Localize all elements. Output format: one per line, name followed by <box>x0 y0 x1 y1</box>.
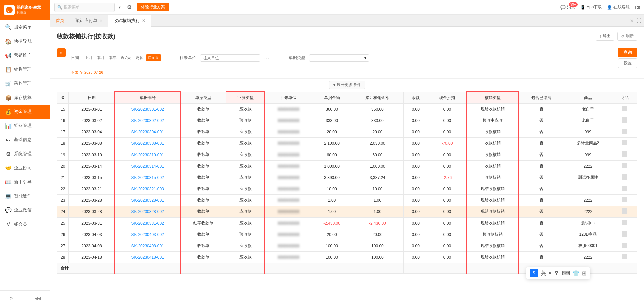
doc-no-link[interactable]: SK-20230321-003 <box>131 187 164 191</box>
date-label: 日期 <box>71 55 79 61</box>
footer-label: 合计 <box>57 263 115 274</box>
table-row: 26 2023-04-03 SK-20230403-002 收款单 预收款 XX… <box>57 229 637 240</box>
message-btn[interactable]: 💬 消息 99+ <box>560 4 575 10</box>
doc-no-link[interactable]: SK-20230301-002 <box>131 107 164 112</box>
doc-no-link[interactable]: SK-20230408-001 <box>131 244 164 248</box>
receipt-type-chevron: ▾ <box>364 56 366 60</box>
table-row: 16 2023-03-02 SK-20230302-002 收款单 预收款 XX… <box>57 115 637 126</box>
filter-toggle-btn[interactable]: » <box>57 48 66 57</box>
counterparty-label: 往来单位 <box>180 55 196 61</box>
sidebar-item-finance[interactable]: 💰 资金管理 <box>0 105 50 119</box>
date-btn-last-month[interactable]: 上月 <box>83 54 94 61</box>
doc-no-link[interactable]: SK-20230304-001 <box>131 130 164 134</box>
doc-no-link[interactable]: SK-20230314-001 <box>131 164 164 169</box>
sidebar-items: 🔍 搜索菜单 🏠 快捷导航 📢 营销推广 📋 销售管理 🛒 采购管理 📦 <box>0 20 50 231</box>
receipt-type-select[interactable]: ▾ <box>309 54 369 62</box>
topbar-dropdown[interactable]: ▾ <box>117 5 122 10</box>
ime-icon-keyboard[interactable]: ⌨ <box>562 270 570 277</box>
app-download-btn[interactable]: 📱 App下载 <box>580 4 602 10</box>
system-icon: ⚙ <box>5 151 11 157</box>
export-btn[interactable]: ↑ 导出 <box>596 32 614 41</box>
doc-no-link[interactable]: SK-20230315-002 <box>131 175 164 180</box>
topbar-right: 💬 消息 99+ 📱 App下载 👤 在线客服 Rit <box>560 4 640 10</box>
user-name[interactable]: Rit <box>635 5 640 10</box>
tab-close-all-btn[interactable]: ✕ <box>630 18 634 23</box>
receipt-type-label: 单据类型 <box>289 55 305 61</box>
topbar-search[interactable]: 🔍 搜索菜单 <box>54 3 115 12</box>
tab-prepay-close[interactable]: ✕ <box>99 18 103 23</box>
online-service-btn[interactable]: 👤 在线客服 <box>607 4 630 10</box>
date-btn-this-year[interactable]: 本年 <box>107 54 118 61</box>
doc-no-link[interactable]: SK-20230418-001 <box>131 255 164 260</box>
doc-no-link[interactable]: SK-20230331-002 <box>131 221 164 226</box>
date-btn-7days[interactable]: 近7天 <box>119 54 132 61</box>
sidebar-item-system[interactable]: ⚙ 系统管理 <box>0 147 50 161</box>
counterparty-input[interactable] <box>200 54 260 62</box>
sidebar-item-wechat[interactable]: 💬 企业微信 <box>0 203 50 217</box>
search-icon-topbar: 🔍 <box>57 5 62 10</box>
doc-no-link[interactable]: SK-20230308-001 <box>131 141 164 146</box>
table-row: 27 2023-04-08 SK-20230408-001 收款单 应收款 XX… <box>57 240 637 252</box>
svg-text:6: 6 <box>7 8 10 13</box>
th-include-settled: 包含已结清 <box>519 92 564 104</box>
topbar-gear-btn[interactable]: ⚙ <box>125 3 134 12</box>
date-range-display: 不限 至 2023-07-26 <box>71 70 103 75</box>
sidebar-settings-btn[interactable]: ⚙ <box>4 293 18 303</box>
home-icon: 🏠 <box>5 38 11 44</box>
ime-icon-dot[interactable]: ♦ <box>549 270 551 276</box>
doc-no-link[interactable]: SK-20230403-002 <box>131 232 164 237</box>
page-header: 收款核销执行(按收款) ↑ 导出 ↻ 刷新 <box>50 27 644 44</box>
sidebar-item-member[interactable]: V 畅会员 <box>0 217 50 231</box>
ime-icon-grid[interactable]: ⊞ <box>582 270 586 277</box>
tab-verify-close[interactable]: ✕ <box>142 18 145 23</box>
ime-toolbar: S 英 ♦ 🎙 ⌨ 👕 ⊞ <box>526 267 590 279</box>
app-name: 畅康道好生意 <box>17 5 41 10</box>
app-icon: 📱 <box>580 5 585 10</box>
sidebar-item-search[interactable]: 🔍 搜索菜单 <box>0 20 50 34</box>
sidebar-item-inventory[interactable]: 📦 库存核算 <box>0 90 50 105</box>
table-row: 18 2023-03-08 SK-20230308-001 收款单 应收款 XX… <box>57 138 637 149</box>
expand-conditions-btn[interactable]: ▾ 展开更多条件 <box>329 81 365 89</box>
app-version: 标推版 <box>17 10 41 15</box>
tab-prepay[interactable]: 预计应付单 ✕ <box>70 15 108 27</box>
th-doc-no: 单据编号 <box>115 92 181 104</box>
inventory-icon: 📦 <box>5 95 11 101</box>
doc-no-link[interactable]: SK-20230328-001 <box>131 198 164 203</box>
refresh-btn[interactable]: ↻ 刷新 <box>617 32 637 41</box>
ime-icon-shirt[interactable]: 👕 <box>573 270 579 277</box>
table-row: 15 2023-03-01 SK-20230301-002 收款单 应收款 XX… <box>57 104 637 115</box>
sidebar-item-basic[interactable]: 🗂 基础信息 <box>0 133 50 147</box>
sidebar-item-operations[interactable]: 📊 经营管理 <box>0 119 50 133</box>
sidebar-item-marketing[interactable]: 📢 营销推广 <box>0 48 50 62</box>
sales-icon: 📋 <box>5 66 11 72</box>
service-icon: 👤 <box>607 5 612 10</box>
th-amount: 单据金额 <box>312 92 352 104</box>
date-btn-more[interactable]: 更多 <box>134 54 145 61</box>
sidebar-item-guide[interactable]: 📖 新手引导 <box>0 175 50 189</box>
main-content: 🔍 搜索菜单 ▾ ⚙ 体验行业方案 💬 消息 99+ 📱 App下载 👤 在线客… <box>50 0 644 306</box>
ime-icon-mic[interactable]: 🎙 <box>554 270 559 276</box>
sidebar-collapse-btn[interactable]: ◀◀ <box>29 293 46 303</box>
tab-expand-btn[interactable]: ⛶ <box>637 18 641 23</box>
tab-verify[interactable]: 收款核销执行 ✕ <box>108 15 151 27</box>
th-settings[interactable]: ⚙ <box>57 92 69 104</box>
tab-home[interactable]: 首页 <box>50 15 70 27</box>
ime-logo: S <box>530 269 538 277</box>
sidebar-item-shortcuts[interactable]: 🏠 快捷导航 <box>0 34 50 48</box>
doc-no-link[interactable]: SK-20230310-001 <box>131 152 164 157</box>
doc-no-link[interactable]: SK-20230302-002 <box>131 118 164 123</box>
doc-no-link[interactable]: SK-20230328-002 <box>131 209 164 214</box>
date-btn-this-month[interactable]: 本月 <box>95 54 106 61</box>
date-btn-custom[interactable]: 自定义 <box>146 54 161 61</box>
sidebar-item-purchase[interactable]: 🛒 采购管理 <box>0 76 50 90</box>
industry-solution-btn[interactable]: 体验行业方案 <box>137 3 169 11</box>
table-row: 17 2023-03-04 SK-20230304-001 收款单 应收款 XX… <box>57 126 637 138</box>
sidebar-item-sales[interactable]: 📋 销售管理 <box>0 62 50 76</box>
table-row: 19 2023-03-10 SK-20230310-001 收款单 应收款 XX… <box>57 149 637 161</box>
sidebar-item-collab[interactable]: 🤝 企业协同 <box>0 161 50 175</box>
ime-icon-eng[interactable]: 英 <box>541 270 546 277</box>
query-btn[interactable]: 查询 <box>618 48 637 57</box>
sidebar-item-hardware[interactable]: 💻 智能硬件 <box>0 189 50 203</box>
filter-settings-btn[interactable]: 设置 <box>618 58 637 68</box>
table-row: 28 2023-04-18 SK-20230418-001 收款单 应收款 XX… <box>57 252 637 263</box>
